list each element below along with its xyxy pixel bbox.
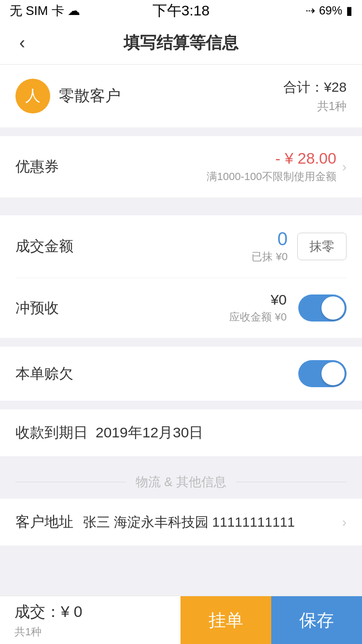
- customer-row: 人 零散客户 合计：¥28 共1种: [0, 65, 362, 127]
- coupon-info: - ¥ 28.00 满1000-100不限制使用金额: [207, 150, 336, 184]
- duedate-row: 收款到期日 2019年12月30日: [15, 423, 347, 443]
- bottom-deal-label: 成交：: [14, 603, 61, 620]
- prereceive-right: ¥0 应收金额 ¥0: [229, 292, 347, 324]
- debt-label: 本单赊欠: [15, 364, 73, 384]
- customer-total: 合计：¥28: [283, 78, 347, 97]
- prereceive-label: 冲预收: [15, 298, 59, 318]
- transaction-section: 成交金额 已抹 ¥0 抹零 冲预收 ¥0 应收金额 ¥0: [0, 215, 362, 338]
- address-section[interactable]: 客户地址 张三 海淀永丰科技园 11111111111 ›: [0, 499, 362, 546]
- page-title: 填写结算等信息: [124, 32, 238, 54]
- coupon-chevron-icon: ›: [342, 159, 347, 175]
- transaction-label: 成交金额: [15, 237, 73, 256]
- prereceive-toggle[interactable]: [298, 294, 347, 322]
- bottom-info: 成交：¥ 0 共1种: [0, 596, 181, 644]
- save-button[interactable]: 保存: [271, 596, 362, 644]
- prereceive-main-amount: ¥0: [229, 292, 287, 308]
- nav-bar: ‹ 填写结算等信息: [0, 21, 362, 65]
- status-bar: 无 SIM 卡 ☁ 下午3:18 ⇢ 69% ▮: [0, 0, 362, 21]
- status-left: 无 SIM 卡 ☁: [10, 2, 80, 19]
- main-content: 人 零散客户 合计：¥28 共1种 优惠券 - ¥ 28.00 满1000-10…: [0, 65, 362, 644]
- back-button[interactable]: ‹: [14, 28, 30, 58]
- transaction-sub: 已抹 ¥0: [249, 250, 288, 264]
- debt-toggle[interactable]: [298, 360, 347, 387]
- coupon-right: - ¥ 28.00 满1000-100不限制使用金额 ›: [207, 150, 347, 184]
- address-chevron-icon: ›: [342, 515, 347, 530]
- prereceive-sub-amount: 应收金额 ¥0: [229, 310, 287, 324]
- round-zero-button[interactable]: 抹零: [297, 233, 347, 260]
- signal-text: 无 SIM 卡 ☁: [10, 2, 80, 19]
- duedate-value: 2019年12月30日: [96, 423, 203, 443]
- prereceive-amounts: ¥0 应收金额 ¥0: [229, 292, 287, 324]
- debt-section: 本单赊欠: [0, 347, 362, 401]
- address-value: 张三 海淀永丰科技园 11111111111: [83, 513, 342, 532]
- transaction-amount-input[interactable]: [249, 229, 288, 250]
- bottom-deal-amount: ¥ 0: [61, 603, 82, 620]
- avatar: 人: [15, 79, 50, 113]
- battery-text: 69%: [319, 4, 342, 17]
- coupon-desc: 满1000-100不限制使用金额: [207, 169, 336, 184]
- coupon-amount: - ¥ 28.00: [207, 150, 336, 168]
- customer-right: 合计：¥28 共1种: [283, 78, 347, 114]
- section-divider-1: [0, 207, 362, 215]
- battery-icon: ⇢: [306, 4, 315, 17]
- prereceive-row: 冲预收 ¥0 应收金额 ¥0: [15, 278, 347, 338]
- address-label: 客户地址: [15, 512, 73, 532]
- section-divider-2: [0, 338, 362, 347]
- transaction-right: 已抹 ¥0 抹零: [249, 229, 347, 264]
- customer-name: 零散客户: [59, 85, 121, 107]
- coupon-label: 优惠券: [15, 157, 59, 177]
- bottom-bar: 成交：¥ 0 共1种 挂单 保存: [0, 596, 362, 644]
- logistics-text: 物流 & 其他信息: [126, 474, 236, 490]
- battery-bar: ▮: [346, 4, 352, 17]
- bottom-count: 共1种: [14, 625, 166, 639]
- status-time: 下午3:18: [153, 1, 209, 21]
- logistics-divider: 物流 & 其他信息: [0, 465, 362, 499]
- transaction-row: 成交金额 已抹 ¥0 抹零: [15, 215, 347, 278]
- hang-button[interactable]: 挂单: [181, 596, 271, 644]
- duedate-label: 收款到期日: [15, 423, 88, 443]
- coupon-row[interactable]: 优惠券 - ¥ 28.00 满1000-100不限制使用金额 ›: [0, 136, 362, 198]
- duedate-section: 收款到期日 2019年12月30日: [0, 409, 362, 456]
- customer-count: 共1种: [283, 98, 347, 114]
- customer-left: 人 零散客户: [15, 79, 121, 113]
- status-right: ⇢ 69% ▮: [306, 4, 352, 17]
- bottom-deal-text: 成交：¥ 0: [14, 602, 166, 623]
